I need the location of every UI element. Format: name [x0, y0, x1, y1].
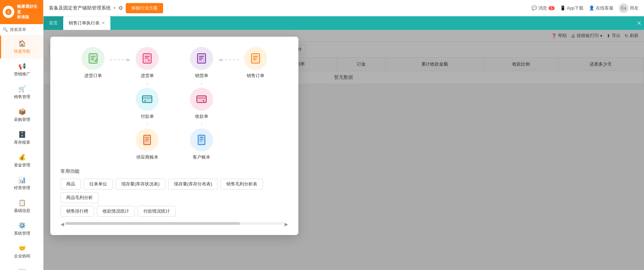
- supplier-account-circle: [136, 128, 159, 151]
- sales-order-circle: [244, 47, 267, 70]
- home-icon: 🏠: [18, 40, 26, 47]
- flow-item-payment[interactable]: 付款单: [130, 88, 164, 120]
- func-btn-stock-dist[interactable]: 现存量(库存分布表): [168, 179, 218, 190]
- sidebar-item-purchase[interactable]: 📦 采购管理: [0, 104, 43, 127]
- func-btn-product[interactable]: 商品: [60, 179, 81, 190]
- scroll-left-btn[interactable]: ◀: [60, 221, 64, 227]
- func-btn-product-gross[interactable]: 商品毛利分析: [60, 192, 99, 203]
- func-buttons-row2: 销售排行榜 收款情况统计 付款情况统计: [60, 206, 288, 217]
- sidebar-search[interactable]: 🔍 搜索菜单: [0, 24, 43, 36]
- sidebar-item-label: 快捷导航: [14, 49, 30, 54]
- header-left: 装备及固定资产辅助管理系统 ▾ ⚙ 体验行业方案: [49, 3, 163, 13]
- sidebar-item-finance[interactable]: 💰 资金管理: [0, 149, 43, 172]
- sidebar-item-base-info[interactable]: 📋 基础信息: [0, 195, 43, 218]
- sales-icon: 🛒: [18, 85, 26, 93]
- sidebar-item-guide[interactable]: 📖 新手引导: [0, 263, 43, 270]
- sidebar-item-system[interactable]: ⚙️ 系统管理: [0, 218, 43, 240]
- modal-scrollbar-container: ◀ ▶: [60, 222, 288, 225]
- online-service-btn[interactable]: 👤 在线客服: [589, 5, 613, 11]
- common-func-title: 常用功能: [60, 168, 288, 175]
- svg-point-26: [144, 100, 146, 102]
- sidebar-item-label: 系统管理: [14, 231, 30, 236]
- sales-bill-label: 销货单: [195, 73, 208, 79]
- sales-bill-circle: [190, 47, 213, 70]
- sidebar-item-quick-nav[interactable]: 🏠 快捷导航: [0, 36, 43, 58]
- func-btn-sales-rank[interactable]: 销售排行榜: [60, 206, 94, 217]
- dropdown-arrow-icon[interactable]: ▾: [114, 6, 116, 10]
- func-btn-sales-gross[interactable]: 销售毛利分析表: [221, 179, 263, 190]
- sidebar-logo: 6 畅康通好生意 标准版: [0, 0, 43, 24]
- base-info-icon: 📋: [18, 199, 26, 206]
- user-name: 用友: [630, 5, 639, 11]
- tab-home[interactable]: 首页: [43, 16, 63, 30]
- sales-order-label: 销售订单: [247, 73, 264, 79]
- tab-end-close-btn[interactable]: ✕: [637, 20, 641, 26]
- svg-rect-27: [197, 96, 206, 103]
- svg-rect-23: [142, 96, 152, 103]
- modal-scrollbar-thumb[interactable]: [65, 222, 240, 225]
- system-icon: ⚙️: [18, 222, 26, 229]
- sidebar-item-inventory[interactable]: 🗄️ 库存核算: [0, 127, 43, 149]
- user-menu[interactable]: Ea 用友: [619, 3, 639, 13]
- svg-point-42: [201, 136, 203, 138]
- search-label: 搜索菜单: [10, 27, 26, 33]
- sidebar-item-label: 销售管理: [14, 94, 30, 100]
- tab-bar: 首页 销售订单执行表 ✕ ✕: [43, 16, 644, 30]
- tab-home-label: 首页: [49, 20, 58, 26]
- sidebar-nav: 🏠 快捷导航 📢 营销推广 🛒 销售管理 📦 采购管理 🗄️ 库存核算 💰: [0, 36, 43, 270]
- settings-icon[interactable]: ⚙: [118, 5, 123, 11]
- purchase-order-circle: [82, 47, 105, 70]
- func-btn-partner[interactable]: 往来单位: [84, 179, 113, 190]
- modal-overlay: 进货订单 ▶: [43, 30, 644, 270]
- flow-item-sales-order[interactable]: 销售订单: [239, 47, 273, 79]
- payment-circle: [136, 88, 159, 111]
- header-actions: 💬 消息 5 📱 App下载 👤 在线客服 Ea 用友: [532, 3, 639, 13]
- system-title: 装备及固定资产辅助管理系统: [49, 5, 111, 11]
- customer-account-circle: [190, 128, 213, 151]
- sidebar-item-label: 经营管理: [14, 185, 30, 191]
- app-download-btn[interactable]: 📱 App下载: [560, 5, 584, 11]
- tab-close-icon[interactable]: ✕: [102, 21, 105, 25]
- flow-item-purchase-order[interactable]: 进货订单: [76, 47, 110, 79]
- sidebar-item-operation[interactable]: 📊 经营管理: [0, 172, 43, 195]
- svg-rect-25: [142, 97, 152, 99]
- flow-item-purchase-bill[interactable]: 进货单: [130, 47, 164, 79]
- sidebar-item-label: 营销推广: [14, 71, 30, 77]
- sidebar-item-label: 资金管理: [14, 162, 30, 168]
- flow-item-supplier-account[interactable]: 供应商账本: [130, 128, 164, 160]
- sidebar-item-enterprise[interactable]: 🤝 企业协同: [0, 240, 43, 263]
- func-btn-receipt-stats[interactable]: 收款情况统计: [97, 206, 135, 217]
- inventory-icon: 🗄️: [18, 131, 26, 138]
- sidebar-item-label: 采购管理: [14, 117, 30, 123]
- modal-scrollbar[interactable]: [65, 222, 283, 225]
- scroll-right-btn[interactable]: ▶: [284, 221, 288, 227]
- svg-point-30: [203, 100, 204, 102]
- search-icon: 🔍: [3, 27, 8, 32]
- func-btn-stock-status[interactable]: 现存量(库存状况表): [116, 179, 166, 190]
- sidebar-item-label: 企业协同: [14, 253, 30, 259]
- sidebar-item-label: 基础信息: [14, 208, 30, 214]
- message-icon: 💬: [532, 5, 537, 11]
- flow-item-sales-bill[interactable]: 销货单: [185, 47, 219, 79]
- message-btn[interactable]: 💬 消息 5: [532, 5, 555, 11]
- flow-item-customer-account[interactable]: 客户账本: [185, 128, 219, 160]
- svg-text:6: 6: [7, 10, 10, 14]
- message-badge: 5: [549, 6, 555, 10]
- try-btn[interactable]: 体验行业方案: [126, 3, 163, 13]
- download-icon: 📱: [560, 5, 565, 11]
- content-area: ❓ 帮助 🖨 按模板打印 ▾ ⬆ 导出 ↻ 刷新: [43, 30, 644, 270]
- flow-item-receipt[interactable]: 收款单: [185, 88, 219, 120]
- svg-rect-36: [143, 136, 150, 145]
- tab-sales-order[interactable]: 销售订单执行表 ✕: [63, 16, 110, 30]
- receipt-label: 收款单: [195, 113, 208, 120]
- logo-icon: 6: [3, 6, 14, 18]
- func-btn-payment-stats[interactable]: 付款情况统计: [138, 206, 176, 217]
- purchase-icon: 📦: [18, 108, 26, 115]
- top-header: 装备及固定资产辅助管理系统 ▾ ⚙ 体验行业方案 💬 消息 5 📱 App下载 …: [43, 0, 644, 16]
- finance-icon: 💰: [18, 154, 26, 161]
- sidebar-item-sales[interactable]: 🛒 销售管理: [0, 81, 43, 104]
- sidebar-item-marketing[interactable]: 📢 营销推广: [0, 58, 43, 81]
- modal-box: 进货订单 ▶: [50, 37, 298, 235]
- svg-rect-29: [197, 97, 206, 99]
- user-avatar: Ea: [619, 3, 628, 13]
